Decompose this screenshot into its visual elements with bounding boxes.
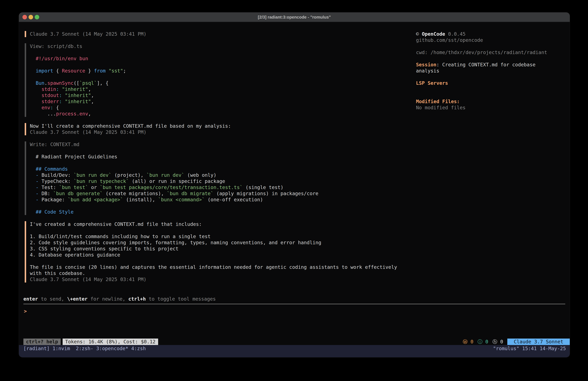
message-input[interactable]: >: [24, 308, 27, 314]
text-line: 1. Build/lint/test commands including ho…: [30, 233, 415, 240]
text-line: Now I'll create a comprehensive CONTEXT.…: [30, 123, 415, 129]
text-line: Claude 3.7 Sonnet (14 May 2025 03:41 PM): [30, 129, 415, 135]
help-shortcut-chip[interactable]: ctrl+? help: [23, 338, 61, 345]
text-line: View: script/db.ts: [30, 43, 415, 49]
text-line: Claude 3.7 Sonnet (14 May 2025 03:41 PM): [30, 31, 415, 37]
text-line: [30, 227, 415, 233]
titlebar[interactable]: [2/3] radiant:3:opencode - "romulus": [19, 12, 570, 22]
text-line: [30, 203, 415, 209]
text-line: [416, 92, 568, 98]
text-line: LSP Servers: [416, 80, 568, 86]
text-line: [416, 43, 568, 49]
warning-count: Ⓦ 0: [463, 339, 473, 344]
model-chip[interactable]: Claude 3.7 Sonnet: [507, 338, 570, 345]
traffic-lights: [22, 12, 39, 22]
terminal-window: [2/3] radiant:3:opencode - "romulus" Cla…: [19, 12, 570, 357]
text-line: The file is concise (20 lines) and captu…: [30, 264, 415, 270]
minimize-button[interactable]: [29, 15, 33, 19]
text-line: github.com/sst/opencode: [416, 37, 568, 43]
text-line: [30, 62, 415, 68]
opencode-tui: Claude 3.7 Sonnet (14 May 2025 03:41 PM)…: [19, 22, 570, 357]
text-line: - Test: `bun test` or `bun test packages…: [30, 184, 415, 190]
text-line: 4. Database operations guidance: [30, 252, 415, 258]
text-line: [30, 148, 415, 154]
text-line: © OpenCode 0.0.45: [416, 31, 568, 37]
hint-count: ⓗ 0: [492, 339, 503, 344]
text-line: [416, 56, 568, 62]
editor-separator: [23, 304, 565, 304]
text-line: I've created a comprehensive CONTEXT.md …: [30, 221, 415, 227]
text-line: No modified files: [416, 105, 568, 111]
tool-view-block: View: script/db.ts #!/usr/bin/env bun im…: [25, 43, 415, 117]
status-bar-right: Ⓦ 0ⓘ 0ⓗ 0 Claude 3.7 Sonnet: [463, 338, 570, 345]
info-count: ⓘ 0: [478, 339, 488, 344]
text-line: [30, 49, 415, 56]
assistant-message-header: Claude 3.7 Sonnet (14 May 2025 03:41 PM): [25, 31, 415, 37]
desktop-background: [2/3] radiant:3:opencode - "romulus" Cla…: [0, 0, 588, 381]
session-sidebar: © OpenCode 0.0.45github.com/sst/opencode…: [416, 31, 568, 111]
text-line: - DB: `bun db generate` (create migratio…: [30, 190, 415, 197]
text-line: 2. Code style guidelines covering import…: [30, 240, 415, 246]
assistant-message: I've created a comprehensive CONTEXT.md …: [25, 221, 415, 283]
text-line: [30, 74, 415, 80]
text-line: #!/usr/bin/env bun: [30, 56, 415, 62]
text-line: stderr: "inherit",: [30, 98, 415, 105]
text-line: [30, 258, 415, 264]
text-line: - TypeCheck: `bun run typecheck` (all) o…: [30, 178, 415, 184]
tokens-cost-chip: Tokens: 16.4K (8%), Cost: $0.12: [63, 338, 158, 345]
text-line: enter to send, \+enter for newline, ctrl…: [23, 296, 216, 302]
text-line: cwd: /home/thdxr/dev/projects/radiant/ra…: [416, 49, 568, 56]
window-title: [2/3] radiant:3:opencode - "romulus": [258, 15, 331, 20]
text-line: ## Commands: [30, 166, 415, 172]
text-line: analysis: [416, 68, 568, 74]
text-line: [30, 160, 415, 166]
text-line: Bun.spawnSync([`psql`], {: [30, 80, 415, 86]
text-line: Session: Creating CONTEXT.md for codebas…: [416, 62, 568, 68]
assistant-message: Now I'll create a comprehensive CONTEXT.…: [25, 123, 415, 135]
text-line: # Radiant Project Guidelines: [30, 154, 415, 160]
text-line: Claude 3.7 Sonnet (14 May 2025 03:41 PM): [30, 276, 415, 283]
text-line: stdin: "inherit",: [30, 86, 415, 92]
text-line: with this codebase.: [30, 270, 415, 276]
tmux-session-clock: "romulus" 15:41 14-May-25: [493, 345, 566, 352]
text-line: ...process.env,: [30, 111, 415, 117]
maximize-button[interactable]: [35, 15, 39, 19]
text-line: env: {: [30, 105, 415, 111]
text-line: stdout: "inherit",: [30, 92, 415, 98]
text-line: [416, 74, 568, 80]
prompt-symbol: >: [24, 308, 27, 314]
text-line: 3. CSS styling conventions specific to t…: [30, 246, 415, 252]
text-line: Modified Files:: [416, 98, 568, 105]
tool-write-block: Write: CONTEXT.md # Radiant Project Guid…: [25, 141, 415, 215]
keybind-help-line: enter to send, \+enter for newline, ctrl…: [23, 296, 216, 302]
status-bar: ctrl+? help Tokens: 16.4K (8%), Cost: $0…: [23, 338, 570, 345]
text-line: [416, 86, 568, 92]
text-line: - Build/Dev: `bun run dev` (project), `b…: [30, 172, 415, 178]
tmux-window-list[interactable]: [radiant] 1:nvim 2:zsh- 3:opencode* 4:zs…: [23, 345, 146, 352]
text-line: Write: CONTEXT.md: [30, 141, 415, 148]
tmux-status-bar: [radiant] 1:nvim 2:zsh- 3:opencode* 4:zs…: [19, 345, 570, 357]
text-line: import { Resource } from "sst";: [30, 68, 415, 74]
text-line: ## Code Style: [30, 209, 415, 215]
diagnostics-counters: Ⓦ 0ⓘ 0ⓗ 0: [463, 339, 507, 345]
close-button[interactable]: [22, 15, 27, 19]
text-line: - Package: `bun add <package>` (install)…: [30, 197, 415, 203]
conversation-log: Claude 3.7 Sonnet (14 May 2025 03:41 PM)…: [25, 31, 415, 289]
